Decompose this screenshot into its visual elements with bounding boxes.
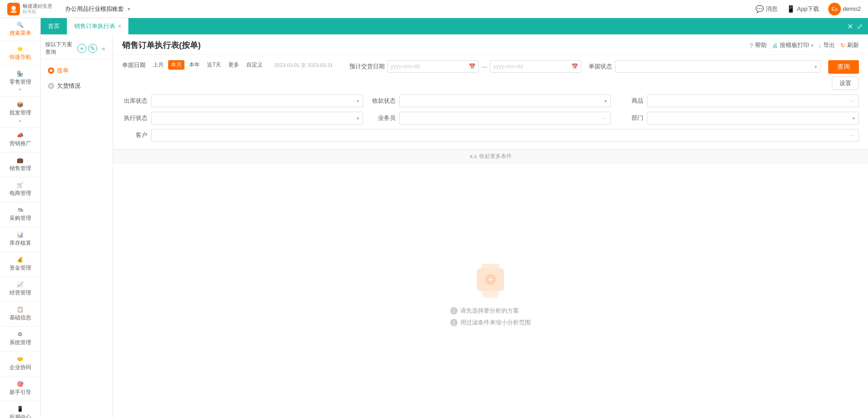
payment-dropdown-icon: ▾ [604, 99, 607, 104]
payment-status-select[interactable]: ▾ [399, 95, 611, 107]
date-tab-prev-month[interactable]: 上月 [150, 60, 166, 70]
window-expand-icon[interactable]: ⤢ [857, 22, 863, 31]
page-title-bar: 销售订单执行表(按单) ? 帮助 🖨 按模板打印 ▾ [113, 34, 868, 55]
app-download-action[interactable]: 📱 App下载 [787, 5, 819, 13]
settings-button[interactable]: 设置 [832, 76, 859, 90]
page-content: 按以下方案查询 + ✎ « 按单 [41, 34, 868, 418]
chevron-down-icon: ▾ [19, 87, 21, 92]
content-area: 首页 销售订单执行表 × ✕ ⤢ 按以下方案查询 + [41, 18, 868, 418]
dept-filter: 部门 ▾ [618, 112, 859, 124]
product-label: 商品 [618, 97, 643, 105]
delivery-status-label: 出库状态 [122, 97, 147, 105]
finance-icon: 💰 [17, 256, 24, 263]
export-icon: ↓ [819, 42, 822, 49]
export-action[interactable]: ↓ 导出 [819, 41, 835, 49]
date-tab-custom[interactable]: 自定义 [244, 60, 265, 70]
print-icon: 🖨 [772, 42, 778, 49]
dept-select[interactable]: ▾ [647, 112, 859, 124]
date-filter-label: 单据日期 [122, 61, 146, 69]
svg-marker-9 [481, 291, 500, 298]
expected-date-to[interactable]: yyyy-mm-dd 📅 [490, 60, 581, 73]
date-tab-7days[interactable]: 近7天 [204, 60, 224, 70]
customer-label: 客户 [122, 131, 147, 139]
date-tab-year[interactable]: 本年 [186, 60, 203, 70]
date-quick-tabs: 上月 本月 本年 近7天 更多 自定义 [150, 60, 265, 70]
breadcrumb-dropdown-icon[interactable]: ▾ [127, 6, 130, 12]
sidebar-item-marketing[interactable]: 📣 营销推广 [0, 128, 40, 152]
svg-point-3 [50, 85, 52, 87]
product-input[interactable]: ··· [647, 95, 859, 107]
sidebar-item-base[interactable]: 📋 基础信息 [0, 302, 40, 327]
salesperson-input[interactable]: ··· [399, 112, 611, 124]
logo-icon [7, 3, 20, 15]
sidebar-quick-nav[interactable]: ⭐ 快捷导航 [0, 41, 40, 66]
add-scheme-button[interactable]: + [77, 44, 86, 53]
operation-icon: 📈 [17, 281, 24, 288]
sidebar-item-finance[interactable]: 💰 资金管理 [0, 252, 40, 277]
tip-num-1: 1 [450, 307, 458, 314]
wholesale-icon: 📦 [17, 101, 24, 108]
empty-state: 1 请先选择要分析的方案 2 用过滤条件来缩小分析范围 [113, 163, 868, 418]
tab-home[interactable]: 首页 [41, 18, 67, 34]
user-profile[interactable]: Ea demo2 [828, 3, 861, 15]
filter-row-3: 执行状态 ▾ 业务员 ··· [122, 112, 859, 124]
chevron-up-icon: ▴ [19, 118, 21, 123]
sidebar-item-operation[interactable]: 📈 经营管理 [0, 277, 40, 302]
tip-num-2: 2 [450, 319, 458, 326]
right-content: 销售订单执行表(按单) ? 帮助 🖨 按模板打印 ▾ [113, 34, 868, 418]
sidebar-item-sales[interactable]: 💼 销售管理 [0, 152, 40, 177]
date-range-text: 2023-03-01 至 2023-03-31 [274, 62, 342, 69]
sales-icon: 💼 [17, 157, 24, 163]
sidebar-item-newbie[interactable]: 🎯 新手引导 [0, 376, 40, 401]
refresh-action[interactable]: ↻ 刷新 [840, 41, 859, 49]
empty-tips: 1 请先选择要分析的方案 2 用过滤条件来缩小分析范围 [450, 307, 531, 327]
sidebar-item-inventory[interactable]: 📊 库存核算 [0, 227, 40, 252]
filter-area: 单据日期 上月 本月 本年 近7天 更多 自定义 [113, 55, 868, 149]
edit-scheme-button[interactable]: ✎ [88, 44, 97, 53]
sidebar-search[interactable]: 🔍 搜索菜单 [0, 18, 40, 41]
date-filter: 单据日期 上月 本月 本年 近7天 更多 自定义 [122, 60, 267, 70]
sidebar-item-wholesale[interactable]: 📦 批发管理 ▴ [0, 97, 40, 128]
payment-status-label: 收款状态 [370, 97, 396, 105]
empty-tip-1: 1 请先选择要分析的方案 [450, 307, 531, 315]
base-icon: 📋 [17, 306, 24, 313]
page-title: 销售订单执行表(按单) [122, 40, 201, 51]
delivery-status-select[interactable]: ▾ [151, 95, 363, 107]
breadcrumb[interactable]: 办公用品行业模拟账套 ▾ [65, 5, 130, 13]
empty-illustration [468, 255, 513, 301]
window-close-icon[interactable]: ✕ [847, 22, 853, 31]
execution-status-select[interactable]: ▾ [151, 112, 363, 124]
marketing-icon: 📣 [17, 132, 24, 138]
query-button[interactable]: 查询 [828, 60, 859, 74]
message-action[interactable]: 💬 消息 [755, 5, 778, 13]
expected-date-label: 预计交货日期 [349, 62, 385, 71]
tab-bar: 首页 销售订单执行表 × ✕ ⤢ [41, 18, 868, 34]
help-action[interactable]: ? 帮助 [750, 41, 766, 49]
tab-sales-execution[interactable]: 销售订单执行表 × [67, 18, 128, 34]
collapse-up-icon: ∧∧ [469, 153, 477, 160]
sidebar-item-appcenter[interactable]: 📱 应用中心 [0, 401, 40, 418]
sidebar-item-enterprise[interactable]: 🤝 企业协同 [0, 352, 40, 376]
customer-input[interactable]: ··· [151, 129, 859, 142]
sidebar-item-retail[interactable]: 🏪 零售管理 ▾ [0, 66, 40, 97]
left-panel: 按以下方案查询 + ✎ « 按单 [41, 34, 113, 418]
sidebar-item-ecommerce[interactable]: 🛒 电商管理 [0, 177, 40, 202]
sidebar: 🔍 搜索菜单 ⭐ 快捷导航 🏪 零售管理 ▾ 📦 批发管理 ▴ 📣 营销推广 💼… [0, 18, 41, 418]
menu-item-欠货情况[interactable]: 欠货情况 [41, 78, 113, 94]
collapse-panel-button[interactable]: « [99, 44, 108, 53]
expected-date-from[interactable]: yyyy-mm-dd 📅 [387, 60, 479, 73]
system-icon: ⚙ [18, 331, 23, 337]
date-tab-current-month[interactable]: 本月 [168, 60, 184, 70]
empty-tip-2: 2 用过滤条件来缩小分析范围 [450, 318, 531, 327]
date-tab-more[interactable]: 更多 [226, 60, 242, 70]
menu-item-按单[interactable]: 按单 [41, 63, 113, 78]
print-action[interactable]: 🖨 按模板打印 ▾ [772, 41, 813, 49]
status-dropdown-icon: ▾ [815, 64, 817, 69]
status-select[interactable]: ▾ [615, 60, 821, 73]
svg-rect-5 [481, 264, 500, 271]
payment-status-filter: 收款状态 ▾ [370, 95, 611, 107]
tab-close-icon[interactable]: × [118, 23, 121, 29]
collapse-bar[interactable]: ∧∧ 收起更多条件 [113, 149, 868, 163]
sidebar-item-purchase[interactable]: 🛍 采购管理 [0, 202, 40, 227]
sidebar-item-system[interactable]: ⚙ 系统管理 [0, 327, 40, 352]
